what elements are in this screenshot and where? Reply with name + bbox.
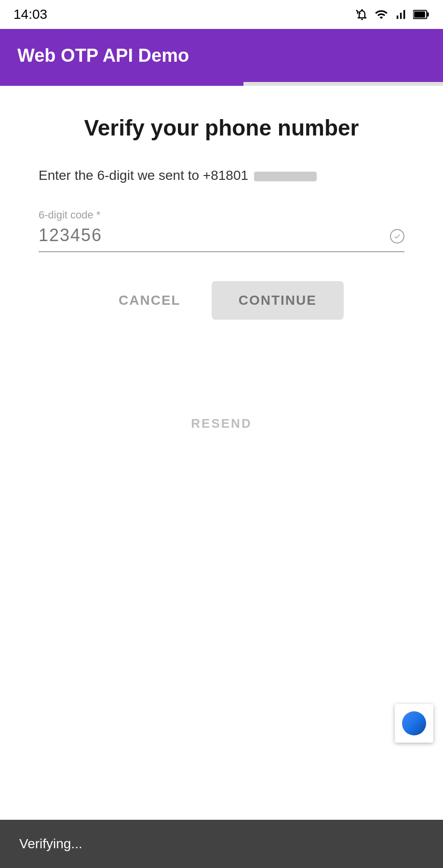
checkmark-icon — [393, 232, 401, 240]
wifi-icon — [375, 8, 388, 21]
resend-button[interactable]: RESEND — [191, 416, 252, 431]
battery-icon — [413, 8, 430, 21]
toast-text: Verifying... — [19, 836, 82, 852]
page-heading: Verify your phone number — [39, 115, 404, 141]
main-content: Verify your phone number Enter the 6-dig… — [0, 86, 443, 431]
svg-rect-1 — [414, 12, 425, 18]
status-bar: 14:03 — [0, 0, 443, 29]
recaptcha-badge — [395, 704, 433, 743]
notification-muted-icon — [355, 8, 369, 21]
bottom-toast: Verifying... — [0, 820, 443, 868]
signal-icon — [394, 8, 407, 21]
description-prefix: Enter the 6-digit we sent to +81801 — [39, 168, 248, 183]
input-end-icon — [390, 229, 404, 244]
otp-input-label: 6-digit code * — [39, 209, 404, 221]
description-text: Enter the 6-digit we sent to +81801 — [39, 165, 404, 186]
progress-bar-container — [0, 82, 443, 86]
status-time: 14:03 — [13, 7, 47, 22]
continue-button[interactable]: CONTINUE — [212, 281, 344, 320]
status-icons — [355, 8, 430, 21]
resend-section: RESEND — [39, 416, 404, 431]
svg-rect-2 — [427, 13, 429, 17]
recaptcha-logo — [402, 711, 426, 735]
progress-bar-fill — [0, 82, 243, 86]
otp-input-container: 6-digit code * — [39, 209, 404, 252]
phone-redacted — [254, 172, 317, 181]
app-bar: Web OTP API Demo — [0, 29, 443, 82]
cancel-button[interactable]: CANCEL — [99, 281, 200, 320]
button-row: CANCEL CONTINUE — [39, 281, 404, 320]
app-title: Web OTP API Demo — [17, 45, 189, 66]
otp-input-field[interactable] — [39, 225, 404, 245]
